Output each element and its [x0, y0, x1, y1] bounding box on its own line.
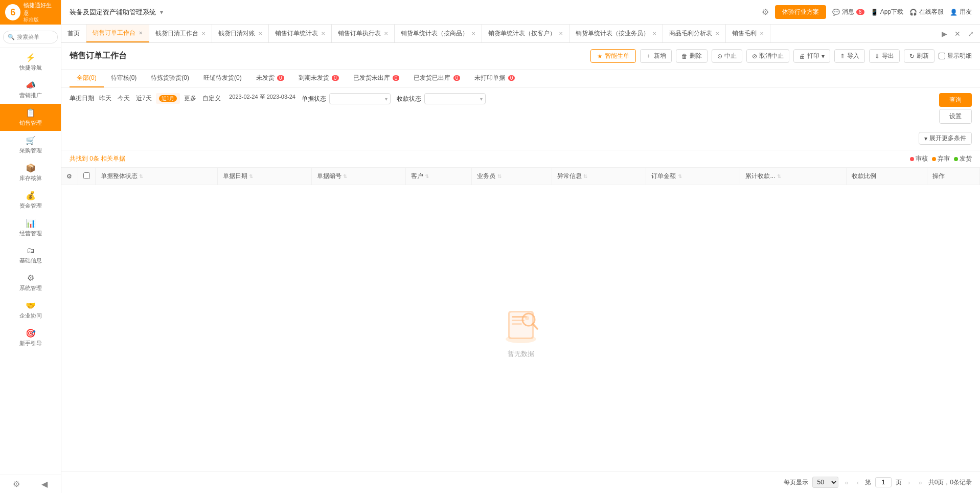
date-btn-yesterday[interactable]: 昨天	[97, 93, 113, 104]
page-number-input[interactable]	[875, 477, 892, 487]
tab-fullscreen-button[interactable]: ⤢	[966, 29, 976, 39]
date-btn-today[interactable]: 今天	[116, 93, 132, 104]
settings-button[interactable]: ⚙	[4, 479, 29, 489]
set-button[interactable]: 设置	[939, 109, 972, 124]
sort-amount-icon[interactable]: ⇅	[678, 173, 682, 179]
tab-sales-more[interactable]: 销售毛利 ✕	[726, 25, 770, 42]
sidebar-item-base[interactable]: 🗂 基础信息	[2, 242, 59, 268]
subtab-pending-inspect[interactable]: 待拣货验货(0)	[144, 70, 196, 87]
tab-close-sales-cust[interactable]: ✕	[559, 31, 563, 36]
prev-page-button[interactable]: ‹	[855, 478, 861, 487]
tab-close-sales-stat[interactable]: ✕	[321, 31, 325, 36]
refresh-button[interactable]: ↻ 刷新	[904, 49, 935, 63]
tab-cash-reconcile[interactable]: 钱货日清对账 ✕	[212, 25, 269, 42]
subtab-all[interactable]: 全部(0)	[70, 70, 104, 87]
import-button[interactable]: ⇑ 导入	[834, 49, 865, 63]
subtab-pending-review[interactable]: 待审核(0)	[104, 70, 144, 87]
tab-close-sales-staff[interactable]: ✕	[652, 31, 656, 36]
collapse-button[interactable]: ◀	[33, 479, 57, 489]
sidebar-item-purchase[interactable]: 🛒 采购管理	[2, 131, 59, 159]
tab-sales-stat[interactable]: 销售订单统计表 ✕	[269, 25, 332, 42]
tab-close-cash-reconcile[interactable]: ✕	[258, 31, 262, 36]
payment-select[interactable]	[424, 93, 486, 104]
sidebar-item-operations[interactable]: 📊 经营管理	[2, 214, 59, 241]
tab-close-sales-prod[interactable]: ✕	[471, 31, 475, 36]
add-button[interactable]: ＋ 新增	[640, 49, 672, 63]
query-button[interactable]: 查询	[939, 93, 972, 107]
sidebar-item-inventory[interactable]: 📦 库存核算	[2, 159, 59, 186]
next-page-button[interactable]: ›	[906, 478, 912, 487]
message-action[interactable]: 💬 消息 6	[832, 8, 864, 16]
date-btn-more[interactable]: 更多	[182, 93, 198, 104]
tab-home[interactable]: 首页	[61, 25, 86, 42]
tab-sales-cust-stat[interactable]: 销货单统计表（按客户） ✕	[482, 25, 569, 42]
search-menu-button[interactable]: 🔍 搜索菜单	[3, 31, 58, 43]
user-action[interactable]: 👤 用友	[950, 8, 972, 16]
sort-number-icon[interactable]: ⇅	[343, 173, 347, 179]
col-ratio: 收款比例	[846, 168, 927, 185]
ship-action-button[interactable]: 发货	[954, 154, 972, 163]
expand-filter-button[interactable]: ▾ 展开更多条件	[919, 132, 972, 145]
online-service-action[interactable]: 🎧 在线客服	[909, 8, 944, 16]
date-btn-7days[interactable]: 近7天	[134, 93, 154, 104]
col-checkbox[interactable]	[78, 168, 95, 185]
cancel-review-action-button[interactable]: 弃审	[932, 154, 950, 163]
tab-close-cash-daily[interactable]: ✕	[201, 31, 206, 36]
sort-staff-icon[interactable]: ⇅	[497, 173, 502, 179]
app-download-action[interactable]: 📱 App下载	[871, 8, 903, 16]
subtab-not-printed[interactable]: 未打印单据 0	[467, 70, 522, 87]
sort-received-icon[interactable]: ⇅	[777, 173, 781, 179]
sidebar-item-marketing[interactable]: 📣 营销推广	[2, 76, 59, 103]
base-icon: 🗂	[27, 246, 35, 255]
cancel-stop-button[interactable]: ⊘ 取消中止	[746, 49, 789, 63]
tab-close-all-button[interactable]: ✕	[952, 29, 963, 39]
select-all-checkbox[interactable]	[83, 172, 90, 179]
tab-sales-staff-stat[interactable]: 销货单统计表（按业务员） ✕	[569, 25, 663, 42]
sidebar-item-quick-nav[interactable]: ⚡ 快捷导航	[2, 49, 59, 76]
module-dropdown[interactable]: ▾	[160, 9, 163, 16]
sort-date-icon[interactable]: ⇅	[249, 173, 253, 179]
sidebar-item-system[interactable]: ⚙ 系统管理	[2, 269, 59, 296]
show-detail-label[interactable]: 显示明细	[939, 52, 972, 60]
tab-close-sales-order[interactable]: ✕	[139, 30, 143, 36]
subtab-shipped-not-out[interactable]: 已发货未出库 0	[346, 70, 407, 87]
sort-abnormal-icon[interactable]: ⇅	[583, 173, 587, 179]
industry-solution-button[interactable]: 体验行业方案	[775, 5, 826, 19]
show-detail-checkbox[interactable]	[939, 53, 945, 59]
subtab-overdue-not-shipped[interactable]: 到期未发货 0	[291, 70, 346, 87]
sidebar-item-guide[interactable]: 🎯 新手引导	[2, 324, 59, 351]
smart-order-button[interactable]: ★ 智能生单	[590, 49, 636, 63]
tab-sales-order[interactable]: 销售订单工作台 ✕	[86, 25, 149, 42]
review-action-button[interactable]: 审核	[910, 154, 928, 163]
tab-close-sales-more[interactable]: ✕	[760, 31, 764, 36]
sort-customer-icon[interactable]: ⇅	[425, 173, 429, 179]
print-button[interactable]: 🖨 打印 ▾	[793, 49, 830, 63]
status-select[interactable]	[329, 93, 391, 104]
date-btn-custom[interactable]: 自定义	[200, 93, 223, 104]
tab-sales-exec[interactable]: 销售订单执行表 ✕	[332, 25, 395, 42]
date-btn-1month[interactable]: 近1月	[156, 93, 180, 104]
tab-sales-prod-stat[interactable]: 销货单统计表（按商品） ✕	[395, 25, 482, 42]
subtab-not-shipped[interactable]: 未发货 0	[249, 70, 291, 87]
sidebar-search-area: 🔍 搜索菜单	[0, 27, 61, 48]
sort-status-icon[interactable]: ⇅	[139, 173, 143, 179]
subtab-shipped-out[interactable]: 已发货已出库 0	[406, 70, 467, 87]
stop-button[interactable]: ⊙ 中止	[712, 49, 742, 63]
delete-button[interactable]: 🗑 删除	[676, 49, 708, 63]
tab-close-sales-exec[interactable]: ✕	[384, 31, 388, 36]
sidebar-item-sales[interactable]: 📋 销售管理	[0, 104, 61, 131]
tab-cash-daily[interactable]: 钱货日清工作台 ✕	[149, 25, 212, 42]
sidebar-item-collab[interactable]: 🤝 企业协同	[2, 297, 59, 324]
tab-scroll-right-button[interactable]: ▶	[940, 29, 949, 39]
first-page-button[interactable]: «	[842, 478, 850, 487]
tab-close-margin[interactable]: ✕	[715, 31, 719, 36]
sidebar-item-finance[interactable]: 💰 资金管理	[2, 187, 59, 214]
export-button[interactable]: ⇓ 导出	[869, 49, 900, 63]
page-header-actions: ★ 智能生单 ＋ 新增 🗑 删除 ⊙ 中止 ⊘ 取消中止	[590, 49, 972, 63]
tab-margin[interactable]: 商品毛利分析表 ✕	[663, 25, 726, 42]
col-settings[interactable]: ⚙	[61, 168, 78, 185]
subtab-wangpu-ship[interactable]: 旺铺待发货(0)	[196, 70, 249, 87]
settings-gear-icon[interactable]: ⚙	[762, 7, 769, 17]
last-page-button[interactable]: »	[916, 478, 924, 487]
page-size-select[interactable]: 10 20 50 100	[812, 477, 838, 488]
